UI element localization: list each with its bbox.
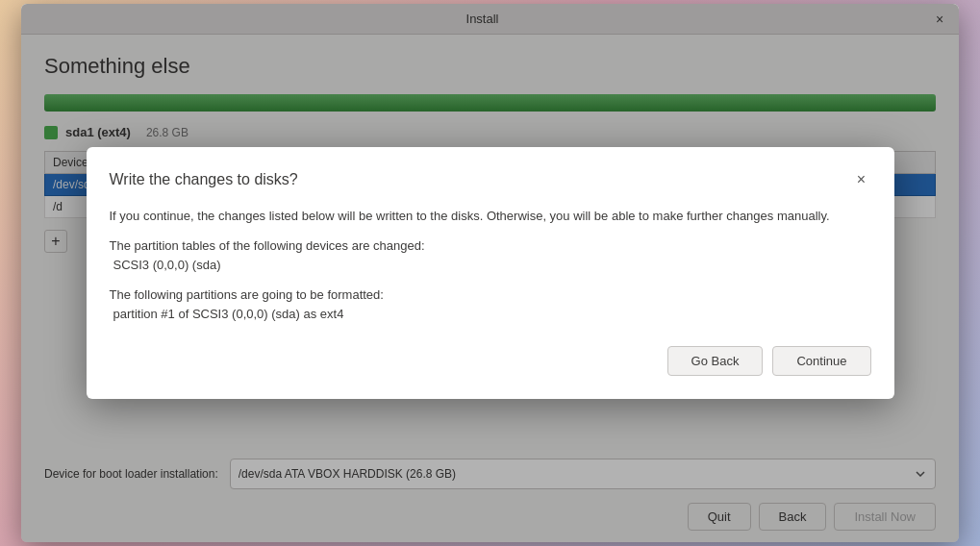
modal-title: Write the changes to disks? <box>110 171 298 188</box>
modal-message2: The partition tables of the following de… <box>110 236 871 274</box>
modal-footer: Go Back Continue <box>110 346 871 376</box>
modal-close-button[interactable]: × <box>852 170 871 189</box>
continue-button[interactable]: Continue <box>772 346 870 376</box>
modal-header: Write the changes to disks? × <box>110 170 871 189</box>
modal-body: If you continue, the changes listed belo… <box>110 207 871 324</box>
modal-overlay: Write the changes to disks? × If you con… <box>21 4 959 542</box>
modal-message3: The following partitions are going to be… <box>110 285 871 323</box>
modal-message2-detail: SCSI3 (0,0,0) (sda) <box>110 258 221 272</box>
modal-message3-detail: partition #1 of SCSI3 (0,0,0) (sda) as e… <box>110 307 344 321</box>
modal-message3-heading: The following partitions are going to be… <box>110 287 384 302</box>
go-back-button[interactable]: Go Back <box>667 346 764 376</box>
modal-message1: If you continue, the changes listed belo… <box>110 207 871 226</box>
installer-window: Install × Something else sda1 (ext4) 26.… <box>21 4 959 542</box>
modal-dialog: Write the changes to disks? × If you con… <box>87 147 894 400</box>
modal-message2-heading: The partition tables of the following de… <box>110 238 425 253</box>
